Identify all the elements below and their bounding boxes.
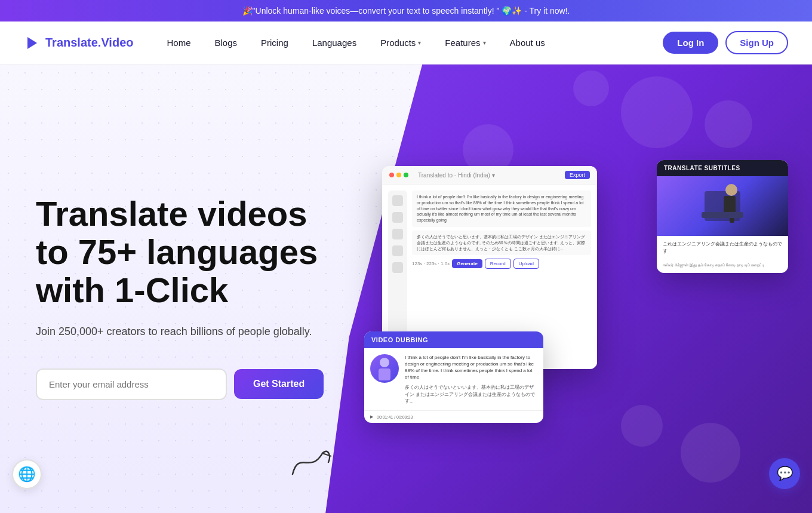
language-globe-button[interactable]: 🌐	[12, 459, 42, 489]
nav-about[interactable]: About us	[500, 33, 555, 53]
svg-marker-0	[27, 37, 37, 49]
get-started-button[interactable]: Get Started	[234, 369, 324, 399]
navbar: Translate.Video Home Blogs Pricing Langu…	[0, 21, 812, 64]
subtitles-card: TRANSLATE SUBTITLES これはエンジニアリング会議または	[657, 160, 788, 273]
globe-icon: 🌐	[18, 466, 36, 483]
chat-icon: 💬	[777, 466, 793, 481]
nav-languages[interactable]: Languages	[303, 33, 366, 53]
screen-toolbar: 123s · 223s · 1.0x Generate Record Uploa…	[412, 259, 591, 269]
nav-features[interactable]: Features ▾	[435, 33, 495, 53]
speaker-avatar	[370, 354, 399, 383]
sidebar-item	[392, 245, 403, 256]
screen-title-label: Translated to - Hindi (India) ▾	[418, 172, 495, 179]
sidebar-item	[392, 229, 403, 239]
nav-pricing[interactable]: Pricing	[251, 33, 298, 53]
upload-btn: Upload	[513, 259, 539, 269]
sidebar-item	[392, 262, 403, 273]
transcript-block-en: I think a lot of people don't I'm like b…	[412, 191, 591, 227]
logo[interactable]: Translate.Video	[24, 35, 133, 51]
nav-actions: Log In Sign Up	[663, 31, 788, 54]
duration-label: 123s · 223s · 1.0x	[412, 261, 450, 266]
sidebar-item	[392, 212, 403, 223]
minimize-dot	[396, 173, 401, 177]
email-input[interactable]	[36, 368, 227, 400]
export-btn: Export	[565, 171, 590, 179]
nav-products[interactable]: Products ▾	[371, 33, 430, 53]
subtitles-video-thumbnail	[657, 176, 788, 236]
dubbing-body: I think a lot of people don't I'm like b…	[364, 348, 543, 410]
banner-text: 🎉"Unlock human-like voices—convert your …	[242, 6, 570, 16]
window-dots	[389, 173, 408, 177]
svg-rect-5	[724, 196, 736, 214]
svg-point-4	[725, 184, 737, 196]
login-button[interactable]: Log In	[663, 32, 718, 54]
nav-home[interactable]: Home	[157, 33, 200, 53]
play-icon: ▶	[370, 414, 373, 419]
maximize-dot	[404, 173, 408, 177]
hero-section: Translate videos to 75+ languages with 1…	[0, 64, 812, 513]
hero-right: Translated to - Hindi (India) ▾ Export I…	[370, 154, 776, 441]
screen-header: Translated to - Hindi (India) ▾ Export	[382, 166, 597, 185]
sidebar-item	[392, 195, 403, 206]
hero-content: Translate videos to 75+ languages with 1…	[0, 64, 812, 513]
video-dubbing-card: VIDEO DUBBING I think a lot of people do…	[364, 331, 543, 423]
svg-rect-2	[379, 368, 390, 380]
dubbing-text-japanese: 多くの人はそうでないといいます、基本的に私は工場のデザイン またはエンジニアリン…	[405, 384, 537, 404]
logo-icon	[24, 35, 41, 51]
svg-rect-7	[702, 212, 743, 218]
chevron-down-icon: ▾	[483, 39, 486, 46]
nav-links: Home Blogs Pricing Languages Products ▾ …	[157, 33, 663, 53]
close-dot	[389, 173, 394, 177]
duration-text: 00:01:41 / 00:09:23	[377, 415, 413, 419]
transcript-block-jp: 多くの人はそうでないと思います、基本的に私は工場のデザイン またはエンジニアリン…	[412, 231, 591, 255]
subtitles-header: TRANSLATE SUBTITLES	[657, 160, 788, 176]
hero-subtitle: Join 250,000+ creators to reach billions…	[36, 324, 346, 340]
chat-widget-button[interactable]: 💬	[769, 458, 800, 489]
dubbing-controls: ▶ 00:01:41 / 00:09:23	[364, 410, 543, 423]
chevron-down-icon: ▾	[418, 39, 421, 46]
nav-blogs[interactable]: Blogs	[205, 33, 247, 53]
svg-point-1	[380, 358, 389, 367]
generate-btn: Generate	[452, 259, 482, 268]
hero-form: Get Started	[36, 368, 346, 400]
record-btn: Record	[485, 259, 511, 269]
dubbing-header: VIDEO DUBBING	[364, 331, 543, 348]
top-banner: 🎉"Unlock human-like voices—convert your …	[0, 0, 812, 21]
dubbing-content: I think a lot of people don't I'm like b…	[405, 354, 537, 404]
subtitles-extra-text: ஈஸ்வர் அர்ஜுன் இது தம் கோடி சதாம் கோடி ந…	[657, 260, 788, 273]
logo-text: Translate.Video	[45, 36, 133, 50]
signup-button[interactable]: Sign Up	[725, 31, 788, 54]
hero-title: Translate videos to 75+ languages with 1…	[36, 195, 346, 309]
subtitles-text-jp: これはエンジニアリング会議または生産のようなものです	[657, 236, 788, 260]
dubbing-text-english: I think a lot of people don't I'm like b…	[405, 354, 537, 381]
hero-left: Translate videos to 75+ languages with 1…	[36, 195, 346, 400]
